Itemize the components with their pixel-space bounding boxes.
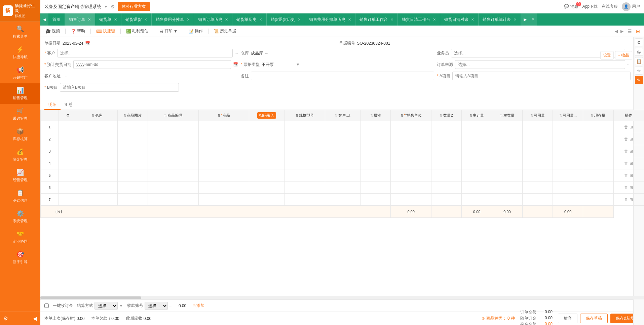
tab-4[interactable]: 销售费用分摊单✕ xyxy=(152,13,194,26)
cell-11-row-1[interactable] xyxy=(492,121,522,133)
cell-11-row-4[interactable] xyxy=(492,157,522,169)
customer-input[interactable] xyxy=(57,49,233,57)
grid-view-btn[interactable]: ⊞ xyxy=(636,29,640,34)
sidebar-item-purchase[interactable]: 🛒 采购管理 xyxy=(0,104,40,124)
delete-icon[interactable]: 🗑 xyxy=(624,173,628,178)
cell-4-row-5[interactable] xyxy=(249,169,285,181)
settings-gear-icon[interactable]: ⚙ xyxy=(111,4,115,9)
cell-1-row-1[interactable] xyxy=(117,121,148,133)
tab-8[interactable]: 销售费用分摊单历史✕ xyxy=(305,13,355,26)
history-btn[interactable]: 📜 历史单据 xyxy=(213,28,237,35)
cell-1-row-3[interactable] xyxy=(117,145,148,157)
copy-icon[interactable]: ⊞ xyxy=(630,125,633,129)
order-source-input[interactable] xyxy=(455,60,625,69)
cell-5-row-2[interactable] xyxy=(285,133,325,145)
add-payment-btn[interactable]: ⊕ 添加 xyxy=(192,303,204,309)
cell-0-row-1[interactable] xyxy=(77,121,117,133)
cell-11-row-3[interactable] xyxy=(492,145,522,157)
cell-8-row-5[interactable] xyxy=(391,169,431,181)
customer-dots[interactable]: ··· xyxy=(235,51,238,55)
cell-14-row-4[interactable] xyxy=(583,157,613,169)
order-source-dots[interactable]: ··· xyxy=(627,62,631,67)
cell-7-row-1[interactable] xyxy=(361,121,391,133)
account-dots[interactable]: ··· xyxy=(169,303,173,308)
cell-10-row-5[interactable] xyxy=(462,169,492,181)
warehouse-value[interactable]: 成品库 xyxy=(251,50,263,56)
cell-10-row-6[interactable] xyxy=(462,181,492,194)
copy-icon[interactable]: ⊞ xyxy=(630,137,633,141)
cell-3-row-1[interactable] xyxy=(198,121,249,133)
cell-14-row-5[interactable] xyxy=(583,169,613,181)
sidebar-item-enterprise[interactable]: 🤝 企业协同 xyxy=(0,227,40,247)
cell-12-row-1[interactable] xyxy=(522,121,553,133)
cell-9-row-2[interactable] xyxy=(431,133,461,145)
tab-close-12[interactable]: ✕ xyxy=(514,17,517,22)
cell-7-row-7[interactable] xyxy=(361,194,391,206)
cell-6-row-6[interactable] xyxy=(325,181,360,194)
cell-2-row-2[interactable] xyxy=(148,133,199,145)
save-draft-btn[interactable]: 保存草稿 xyxy=(580,314,608,323)
delete-icon[interactable]: 🗑 xyxy=(624,197,628,202)
tab-prev-arrow[interactable]: ◀ xyxy=(40,13,48,26)
account-select[interactable]: 选择... xyxy=(145,302,168,310)
tab-close-3[interactable]: ✕ xyxy=(144,17,147,22)
cell-2-row-5[interactable] xyxy=(148,169,199,181)
copy-icon[interactable]: ⊞ xyxy=(630,185,633,190)
sidebar-item-marketing[interactable]: 📢 营销推广 xyxy=(0,63,40,83)
cell-11-row-6[interactable] xyxy=(492,181,522,194)
cell-3-row-3[interactable] xyxy=(198,145,249,157)
tab-close-6[interactable]: ✕ xyxy=(259,17,262,22)
settings-btn[interactable]: 设置 xyxy=(600,51,614,59)
cell-10-row-1[interactable] xyxy=(462,121,492,133)
cell-6-row-1[interactable] xyxy=(325,121,360,133)
tab-close-7[interactable]: ✕ xyxy=(298,17,301,22)
invoice-dropdown-icon[interactable]: ▼ xyxy=(296,62,300,67)
tab-7[interactable]: 销货退货历史✕ xyxy=(267,13,305,26)
cell-3-row-6[interactable] xyxy=(198,181,249,194)
cell-13-row-5[interactable] xyxy=(553,169,583,181)
cell-5-row-6[interactable] xyxy=(285,181,325,194)
scroll-thumb[interactable] xyxy=(40,296,141,299)
tab-close-all[interactable]: ✕ xyxy=(529,13,537,26)
cell-12-row-4[interactable] xyxy=(522,157,553,169)
panel-btn-4[interactable]: ☆ xyxy=(635,67,643,75)
profit-btn[interactable]: 💹 毛利预估 xyxy=(125,28,150,35)
method-select[interactable]: 选择... xyxy=(94,302,118,310)
cell-9-row-1[interactable] xyxy=(431,121,461,133)
view-btn[interactable]: 🎥 视频 xyxy=(44,28,61,35)
copy-icon[interactable]: ⊞ xyxy=(630,161,633,166)
invoice-value[interactable]: 不开票 xyxy=(262,62,274,68)
cell-0-row-2[interactable] xyxy=(77,133,117,145)
cell-4-row-6[interactable] xyxy=(249,181,285,194)
tab-3[interactable]: 销货退货✕ xyxy=(121,13,152,26)
cell-3-row-2[interactable] xyxy=(198,133,249,145)
cell-7-row-2[interactable] xyxy=(361,133,391,145)
industry-btn[interactable]: 体验行业方案 xyxy=(118,2,150,11)
notification-area[interactable]: 💬 9 消息 xyxy=(564,4,578,9)
cell-2-row-6[interactable] xyxy=(148,181,199,194)
help-btn[interactable]: ❓ 帮助 xyxy=(70,28,86,35)
cell-1-row-7[interactable] xyxy=(117,194,148,206)
cell-8-row-4[interactable] xyxy=(391,157,431,169)
panel-btn-3[interactable]: 📋 xyxy=(635,57,643,65)
cell-6-row-4[interactable] xyxy=(325,157,360,169)
sidebar-item-quick-nav[interactable]: ⚡ 快捷导航 xyxy=(0,42,40,63)
tab-10[interactable]: 钱货日清工作台✕ xyxy=(398,13,440,26)
tab-close-2[interactable]: ✕ xyxy=(114,17,117,22)
cell-12-row-7[interactable] xyxy=(522,194,553,206)
copy-icon[interactable]: ⊞ xyxy=(630,173,633,178)
tab-close-1[interactable]: ✕ xyxy=(88,17,91,22)
prev-record[interactable]: ◀ xyxy=(615,29,618,34)
note-input[interactable] xyxy=(251,72,434,80)
calendar-icon[interactable]: 📅 xyxy=(85,41,90,46)
panel-btn-5[interactable]: ✎ xyxy=(635,76,643,84)
cell-14-row-1[interactable] xyxy=(583,121,613,133)
cell-10-row-4[interactable] xyxy=(462,157,492,169)
tab-close-11[interactable]: ✕ xyxy=(471,17,474,22)
tab-11[interactable]: 钱货日清对账✕ xyxy=(440,13,479,26)
cell-14-row-6[interactable] xyxy=(583,181,613,194)
cell-4-row-3[interactable] xyxy=(249,145,285,157)
th-product[interactable]: ⇅*商品 xyxy=(198,110,249,121)
bill-date-value[interactable]: 2023-03-24 xyxy=(63,41,83,46)
copy-icon[interactable]: ⊞ xyxy=(630,149,633,154)
